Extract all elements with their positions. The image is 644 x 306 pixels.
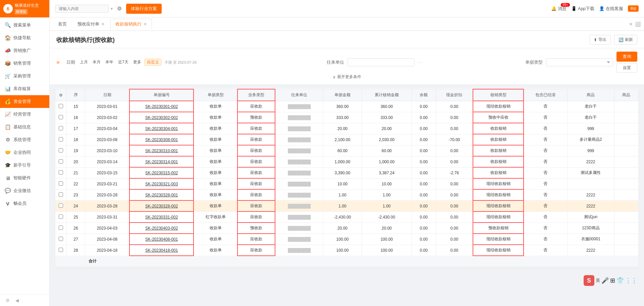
table-cell: 0.00 bbox=[412, 178, 436, 189]
service-button[interactable]: 👤 在线客服 bbox=[599, 6, 623, 12]
row-select-checkbox[interactable] bbox=[59, 181, 63, 186]
table-cell[interactable]: SK-20230308-001 bbox=[129, 134, 194, 145]
table-cell: ████████ bbox=[275, 189, 323, 200]
refresh-button[interactable]: 🔄 刷新 bbox=[614, 35, 637, 45]
sidebar-item-wechat[interactable]: 💬 企业微信 bbox=[0, 184, 49, 197]
sidebar-item-marketing[interactable]: 📣 营销推广 bbox=[0, 44, 49, 57]
table-cell: 收款单 bbox=[194, 112, 237, 123]
tab-prepay[interactable]: 预收应付单 ✕ bbox=[72, 19, 110, 29]
col-include-settled: 包含已结清 bbox=[524, 89, 567, 101]
expand-more-btn[interactable]: ∨ 展开更多条件 bbox=[56, 73, 637, 81]
table-cell: 收款单 bbox=[194, 200, 237, 211]
table-cell[interactable]: SK-20230310-001 bbox=[129, 145, 194, 156]
sidebar-item-inventory[interactable]: 📊 库存核算 bbox=[0, 82, 49, 95]
sidebar-item-member[interactable]: V 畅会员 bbox=[0, 197, 49, 210]
date-link-this-month[interactable]: 本月 bbox=[91, 59, 102, 66]
table-cell: 现结收款核销 bbox=[473, 178, 523, 189]
row-select-checkbox[interactable] bbox=[59, 203, 63, 208]
sidebar-item-basic[interactable]: 📋 基础信息 bbox=[0, 121, 49, 133]
date-link-7days[interactable]: 近7天 bbox=[117, 59, 130, 66]
table-cell: 3,390.00 bbox=[323, 167, 362, 178]
table-cell: 收款单 bbox=[194, 223, 237, 234]
row-select-checkbox[interactable] bbox=[59, 248, 63, 252]
row-select-checkbox[interactable] bbox=[59, 215, 63, 219]
sidebar-item-finance[interactable]: 💰 资金管理 bbox=[0, 95, 49, 108]
table-cell: 28 bbox=[67, 245, 85, 256]
receipt-type-select[interactable] bbox=[546, 58, 613, 66]
messages-button[interactable]: 🔔 消息 99+ bbox=[551, 6, 567, 12]
table-cell[interactable]: SK-20230403-002 bbox=[129, 223, 194, 234]
date-link-more[interactable]: 更多 bbox=[132, 59, 143, 66]
date-custom-btn[interactable]: 自定义 bbox=[145, 59, 161, 66]
row-select-checkbox[interactable] bbox=[59, 226, 63, 230]
sidebar-item-sales[interactable]: 📦 销售管理 bbox=[0, 57, 49, 70]
tab-collection[interactable]: 收款核销执行 ✕ bbox=[110, 19, 152, 29]
tab-home[interactable]: 首页 bbox=[53, 19, 72, 29]
col-settings[interactable]: ⚙ bbox=[55, 89, 67, 101]
table-row: 202023-03-14SK-20230314-001收款单应收款███████… bbox=[55, 156, 639, 167]
solution-button[interactable]: 体验行业方案 bbox=[126, 4, 162, 14]
sidebar-item-system[interactable]: ⚙ 系统管理 bbox=[0, 133, 49, 146]
maximize-icon[interactable]: ⬜ bbox=[635, 21, 641, 27]
logo-icon: 6 bbox=[3, 4, 13, 13]
app-download-button[interactable]: 📱 App下载 bbox=[571, 6, 594, 12]
user-avatar[interactable]: Rit bbox=[628, 5, 639, 12]
table-cell[interactable]: SK-20230331-002 bbox=[129, 211, 194, 223]
topbar-search-input[interactable] bbox=[55, 5, 109, 13]
sidebar-item-label: 营销推广 bbox=[13, 48, 31, 54]
query-button[interactable]: 查询 bbox=[616, 52, 637, 62]
sidebar-item-shortcut[interactable]: 🏠 快捷导航 bbox=[0, 32, 49, 44]
sidebar-item-guide[interactable]: 🎓 新手引导 bbox=[0, 159, 49, 172]
date-link-this-year[interactable]: 本年 bbox=[104, 59, 115, 66]
partner-input[interactable] bbox=[347, 58, 415, 66]
table-cell[interactable]: SK-20230302-002 bbox=[129, 112, 194, 123]
table-cell: 2023-04-03 bbox=[85, 223, 129, 234]
date-sub: 不限 至 2023-07-26 bbox=[165, 60, 225, 65]
watermark-mic-icon: 🎤 bbox=[601, 277, 609, 284]
sidebar-item-purchase[interactable]: 🛒 采购管理 bbox=[0, 70, 49, 82]
settings-button[interactable]: 设置 bbox=[616, 63, 637, 73]
sidebar-item-operation[interactable]: 📈 经营管理 bbox=[0, 108, 49, 121]
table-cell[interactable]: SK-20230328-002 bbox=[129, 200, 194, 211]
table-cell[interactable]: SK-20230304-001 bbox=[129, 123, 194, 134]
table-cell[interactable]: SK-20230418-001 bbox=[129, 245, 194, 256]
close-all-icon[interactable]: ✕ bbox=[629, 21, 633, 27]
table-cell: 否 bbox=[524, 123, 567, 134]
table-cell[interactable]: SK-20230321-003 bbox=[129, 178, 194, 189]
row-select-checkbox[interactable] bbox=[59, 170, 63, 175]
filter-expand-icon[interactable]: » bbox=[56, 59, 63, 66]
row-select-checkbox[interactable] bbox=[59, 192, 63, 197]
table-scroll-bar[interactable] bbox=[55, 267, 639, 269]
row-select-checkbox[interactable] bbox=[59, 104, 63, 108]
sidebar-item-search[interactable]: 🔍 搜索菜单 bbox=[0, 19, 49, 32]
table-cell: 应收款 bbox=[237, 167, 275, 178]
table-cell: 应收款 bbox=[237, 145, 275, 156]
row-select-checkbox[interactable] bbox=[59, 115, 63, 119]
row-select-checkbox[interactable] bbox=[59, 159, 63, 164]
table-cell[interactable]: SK-20230314-001 bbox=[129, 156, 194, 167]
export-button[interactable]: ⬆ 导出 bbox=[589, 35, 611, 45]
table-cell[interactable]: SK-20230301-002 bbox=[129, 101, 194, 112]
topbar-gear-icon[interactable]: ⚙ bbox=[115, 4, 124, 13]
table-cell: 2023-03-31 bbox=[85, 211, 129, 223]
sidebar-item-hardware[interactable]: 🖥 智能硬件 bbox=[0, 172, 49, 184]
tab-prepay-close-icon[interactable]: ✕ bbox=[101, 22, 105, 26]
row-select-checkbox[interactable] bbox=[59, 148, 63, 152]
table-cell[interactable]: SK-20230408-001 bbox=[129, 234, 194, 245]
row-select-checkbox[interactable] bbox=[59, 237, 63, 241]
topbar-chevron-icon[interactable]: ▾ bbox=[111, 6, 113, 11]
row-select-checkbox[interactable] bbox=[59, 137, 63, 141]
tab-collection-close-icon[interactable]: ✕ bbox=[144, 22, 147, 26]
table-cell: 收款单 bbox=[194, 245, 237, 256]
sidebar-item-corp[interactable]: 🤝 企业协同 bbox=[0, 146, 49, 159]
row-select-checkbox[interactable] bbox=[59, 126, 63, 130]
date-link-last-month[interactable]: 上月 bbox=[78, 59, 89, 66]
table-cell: 0.00 bbox=[412, 234, 436, 245]
collapse-icon[interactable]: ◀ bbox=[14, 297, 20, 303]
table-cell[interactable]: SK-20230328-001 bbox=[129, 189, 194, 200]
table-cell: 否 bbox=[524, 234, 567, 245]
settings-icon[interactable]: ⚙ bbox=[5, 297, 11, 303]
table-cell[interactable]: SK-20230315-002 bbox=[129, 167, 194, 178]
table-cell: 2023-03-28 bbox=[85, 200, 129, 211]
app-logo: 6 畅康道好生意 标准版 bbox=[0, 0, 49, 17]
